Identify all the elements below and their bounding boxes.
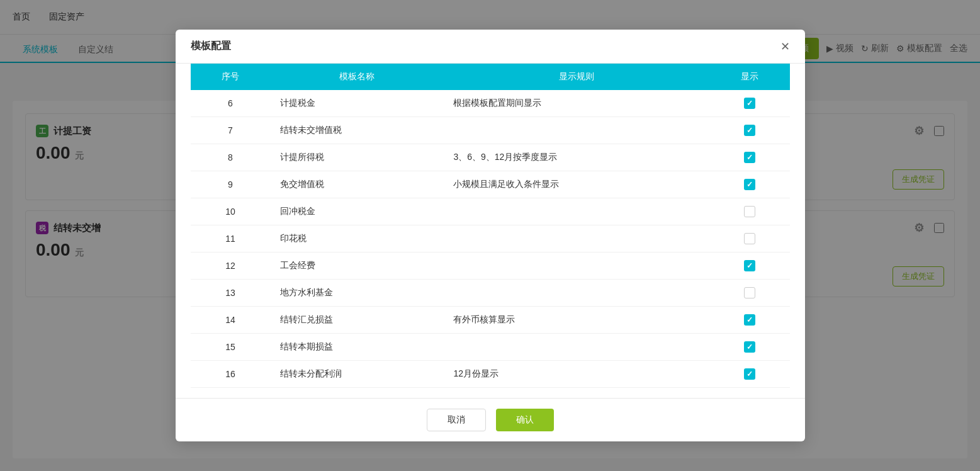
checkbox-checked[interactable] (744, 341, 755, 353)
cell-rule: 有外币核算显示 (443, 307, 709, 334)
cell-name: 地方水利基金 (270, 280, 443, 307)
cell-name: 免交增值税 (270, 171, 443, 198)
cell-rule (443, 225, 709, 253)
cell-checkbox (710, 144, 790, 171)
checkbox-checked[interactable] (744, 152, 755, 163)
cell-checkbox (710, 198, 790, 225)
modal-overlay: 模板配置 ✕ 序号 模板名称 显示规则 显示 6计提税金根据模板配置期间显示7结… (0, 0, 980, 471)
table-row: 10回冲税金 (191, 198, 790, 225)
cell-checkbox (710, 361, 790, 388)
close-dialog-button[interactable]: ✕ (780, 41, 790, 52)
cell-rule: 12月份显示 (443, 361, 709, 388)
cell-checkbox (710, 334, 790, 361)
table-row: 11印花税 (191, 225, 790, 253)
dialog-header: 模板配置 ✕ (176, 30, 805, 64)
cell-seq: 15 (191, 334, 271, 361)
cell-rule (443, 280, 709, 307)
cell-name: 印花税 (270, 225, 443, 253)
config-table: 序号 模板名称 显示规则 显示 6计提税金根据模板配置期间显示7结转未交增值税8… (191, 64, 790, 388)
cell-name: 回冲税金 (270, 198, 443, 225)
cell-rule (443, 198, 709, 225)
checkbox-unchecked[interactable] (744, 206, 755, 217)
cell-seq: 11 (191, 225, 271, 253)
table-row: 16结转未分配利润12月份显示 (191, 361, 790, 388)
col-header-name: 模板名称 (270, 64, 443, 90)
checkbox-checked[interactable] (744, 368, 755, 380)
cell-name: 结转未交增值税 (270, 117, 443, 144)
cell-name: 计提所得税 (270, 144, 443, 171)
cell-name: 结转本期损益 (270, 334, 443, 361)
cell-seq: 7 (191, 117, 271, 144)
table-row: 12工会经费 (191, 253, 790, 280)
checkbox-checked[interactable] (744, 179, 755, 190)
cell-seq: 9 (191, 171, 271, 198)
cell-rule (443, 334, 709, 361)
cell-checkbox (710, 90, 790, 117)
cell-seq: 12 (191, 253, 271, 280)
table-row: 15结转本期损益 (191, 334, 790, 361)
cell-seq: 13 (191, 280, 271, 307)
table-row: 8计提所得税3、6、9、12月按季度显示 (191, 144, 790, 171)
cell-name: 计提税金 (270, 90, 443, 117)
table-header-row: 序号 模板名称 显示规则 显示 (191, 64, 790, 90)
table-row: 13地方水利基金 (191, 280, 790, 307)
cell-seq: 6 (191, 90, 271, 117)
dialog-title: 模板配置 (191, 40, 231, 53)
cell-rule: 3、6、9、12月按季度显示 (443, 144, 709, 171)
checkbox-unchecked[interactable] (744, 287, 755, 298)
cell-seq: 16 (191, 361, 271, 388)
cell-checkbox (710, 307, 790, 334)
dialog-footer: 取消 确认 (176, 398, 805, 441)
table-row: 9免交增值税小规模且满足收入条件显示 (191, 171, 790, 198)
checkbox-checked[interactable] (744, 125, 755, 136)
cell-seq: 8 (191, 144, 271, 171)
checkbox-checked[interactable] (744, 98, 755, 109)
cell-rule (443, 253, 709, 280)
confirm-button[interactable]: 确认 (496, 409, 554, 431)
table-row: 6计提税金根据模板配置期间显示 (191, 90, 790, 117)
cell-name: 结转汇兑损益 (270, 307, 443, 334)
cell-checkbox (710, 253, 790, 280)
cell-name: 结转未分配利润 (270, 361, 443, 388)
dialog-body: 序号 模板名称 显示规则 显示 6计提税金根据模板配置期间显示7结转未交增值税8… (176, 64, 805, 398)
table-row: 7结转未交增值税 (191, 117, 790, 144)
cell-checkbox (710, 117, 790, 144)
cell-checkbox (710, 225, 790, 253)
checkbox-checked[interactable] (744, 260, 755, 271)
cell-checkbox (710, 280, 790, 307)
checkbox-unchecked[interactable] (744, 233, 755, 244)
cell-rule: 小规模且满足收入条件显示 (443, 171, 709, 198)
col-header-display: 显示 (710, 64, 790, 90)
cell-seq: 14 (191, 307, 271, 334)
checkbox-checked[interactable] (744, 314, 755, 326)
table-row: 14结转汇兑损益有外币核算显示 (191, 307, 790, 334)
template-config-dialog: 模板配置 ✕ 序号 模板名称 显示规则 显示 6计提税金根据模板配置期间显示7结… (176, 30, 805, 441)
cell-name: 工会经费 (270, 253, 443, 280)
col-header-rule: 显示规则 (443, 64, 709, 90)
cell-rule: 根据模板配置期间显示 (443, 90, 709, 117)
cell-checkbox (710, 171, 790, 198)
col-header-seq: 序号 (191, 64, 271, 90)
cancel-button[interactable]: 取消 (427, 409, 486, 431)
cell-seq: 10 (191, 198, 271, 225)
cell-rule (443, 117, 709, 144)
